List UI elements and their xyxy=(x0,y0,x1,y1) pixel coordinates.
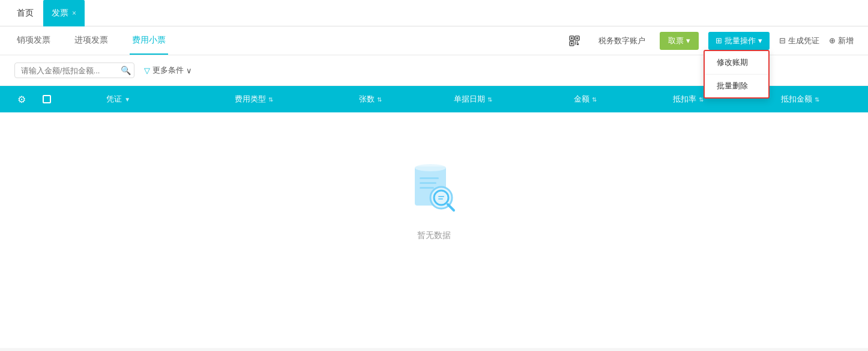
svg-line-17 xyxy=(448,204,454,210)
more-filters-button[interactable]: ▽ 更多条件 ∨ xyxy=(144,65,192,76)
page-content: 暂无数据 xyxy=(0,112,868,348)
svg-rect-18 xyxy=(438,196,444,197)
add-label: 新增 xyxy=(838,35,854,46)
col-amount-label: 金额 xyxy=(574,94,589,105)
col-gear[interactable]: ⚙ xyxy=(7,94,36,105)
col-check[interactable] xyxy=(36,95,58,103)
home-tab[interactable]: 首页 xyxy=(10,0,41,26)
col-count-sort: ⇅ xyxy=(377,96,382,103)
svg-rect-13 xyxy=(420,182,436,184)
search-icon[interactable]: 🔍 xyxy=(121,66,131,75)
invoice-tab[interactable]: 发票 × xyxy=(43,0,85,26)
empty-text: 暂无数据 xyxy=(417,230,451,241)
col-voucher[interactable]: 凭证 ▼ xyxy=(58,94,179,105)
tab-expense[interactable]: 费用小票 xyxy=(130,26,168,55)
modify-period-item[interactable]: 修改账期 xyxy=(705,51,768,74)
tab-input[interactable]: 进项发票 xyxy=(72,26,110,55)
svg-rect-7 xyxy=(577,41,578,43)
sub-nav-tabs: 销项发票 进项发票 费用小票 xyxy=(14,26,168,55)
checkbox-icon xyxy=(43,95,51,103)
col-deduct-amount-label: 抵扣金额 xyxy=(781,94,812,105)
col-count-label: 张数 xyxy=(359,94,375,105)
svg-rect-12 xyxy=(420,177,439,179)
col-deduct-amount-sort: ⇅ xyxy=(815,96,819,103)
take-ticket-arrow: ▾ xyxy=(686,36,690,45)
col-date[interactable]: 单据日期 ⇅ xyxy=(412,94,534,105)
top-nav: 首页 发票 × xyxy=(0,0,868,26)
col-count[interactable]: 张数 ⇅ xyxy=(328,94,412,105)
col-deduct-rate-label: 抵扣率 xyxy=(673,94,696,105)
tab-sales[interactable]: 销项发票 xyxy=(14,26,53,55)
sub-nav-actions: 税务数字账户 取票 ▾ ⊞ 批量操作 ▾ 修改账期 批量删除 ⊟ 生成凭证 xyxy=(565,31,854,50)
svg-rect-19 xyxy=(438,198,443,200)
batch-op-wrap: ⊞ 批量操作 ▾ 修改账期 批量删除 xyxy=(708,32,770,50)
col-deduct-rate-sort: ⇅ xyxy=(699,96,704,103)
generate-voucher-button[interactable]: ⊟ 生成凭证 xyxy=(779,35,819,46)
col-amount-sort: ⇅ xyxy=(592,96,597,103)
voucher-icon: ⊟ xyxy=(779,36,786,45)
empty-state-icon xyxy=(404,160,464,221)
svg-rect-3 xyxy=(576,37,578,39)
invoice-tab-label: 发票 xyxy=(52,8,68,19)
sub-nav: 销项发票 进项发票 费用小票 税务数字账户 xyxy=(0,26,868,55)
col-voucher-label: 凭证 xyxy=(106,94,122,105)
invoice-tab-close-icon[interactable]: × xyxy=(72,9,76,17)
batch-op-button[interactable]: ⊞ 批量操作 ▾ xyxy=(708,32,770,50)
svg-rect-8 xyxy=(575,43,576,44)
take-ticket-wrap: 取票 ▾ xyxy=(660,32,699,50)
batch-op-icon: ⊞ xyxy=(716,36,722,45)
qrcode-button[interactable] xyxy=(565,31,584,50)
col-expense-type[interactable]: 费用类型 ⇅ xyxy=(179,94,328,105)
col-date-label: 单据日期 xyxy=(454,94,485,105)
col-date-sort: ⇅ xyxy=(487,96,492,103)
search-wrap: 🔍 xyxy=(14,63,134,78)
take-ticket-label: 取票 xyxy=(668,35,684,46)
svg-rect-9 xyxy=(577,43,579,45)
search-input[interactable] xyxy=(21,66,117,75)
add-icon: ⊕ xyxy=(829,36,836,45)
col-expense-type-sort: ⇅ xyxy=(268,96,273,103)
tax-account-button[interactable]: 税务数字账户 xyxy=(594,33,650,49)
empty-state: 暂无数据 xyxy=(0,112,868,265)
filter-icon: ▽ xyxy=(144,66,150,75)
svg-point-11 xyxy=(415,164,446,171)
voucher-label: 生成凭证 xyxy=(788,35,819,46)
batch-op-arrow: ▾ xyxy=(758,36,762,45)
col-voucher-filter-icon: ▼ xyxy=(124,96,130,103)
batch-delete-item[interactable]: 批量删除 xyxy=(705,74,768,97)
add-new-button[interactable]: ⊕ 新增 xyxy=(829,35,854,46)
svg-rect-1 xyxy=(571,37,573,39)
more-filters-label: 更多条件 xyxy=(152,65,184,76)
svg-rect-6 xyxy=(575,41,576,43)
col-amount[interactable]: 金额 ⇅ xyxy=(534,94,636,105)
svg-rect-5 xyxy=(571,43,573,44)
batch-op-label: 批量操作 xyxy=(725,35,756,46)
take-ticket-button[interactable]: 取票 ▾ xyxy=(660,32,699,50)
col-expense-type-label: 费用类型 xyxy=(235,94,266,105)
svg-rect-14 xyxy=(420,187,434,189)
batch-dropdown-menu: 修改账期 批量删除 xyxy=(704,50,770,99)
more-filters-arrow: ∨ xyxy=(186,66,192,75)
gear-icon: ⚙ xyxy=(17,94,26,105)
